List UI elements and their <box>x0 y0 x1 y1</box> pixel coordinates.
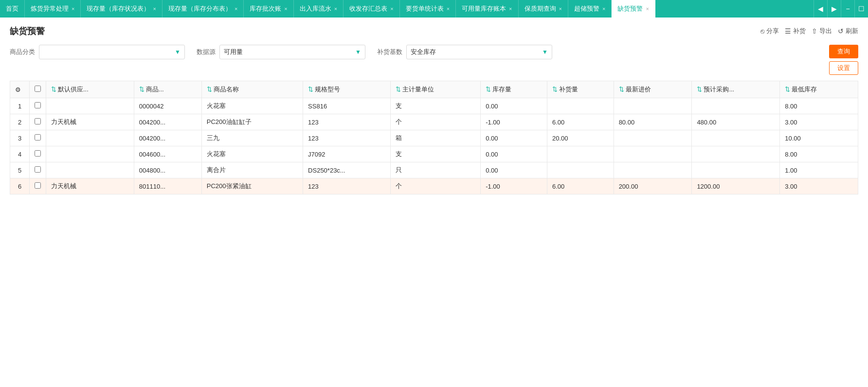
tab-close-yaohuo-stat[interactable]: × <box>447 6 450 12</box>
col-product-code[interactable]: ⇅商品... <box>134 81 201 98</box>
category-filter: 商品分类 ▼ <box>10 45 185 59</box>
replenish-button[interactable]: ☰ 补货 <box>785 27 806 35</box>
row-check[interactable] <box>30 98 46 114</box>
tab-close-quehu[interactable]: × <box>646 6 649 12</box>
cell-replenish_qty: 6.00 <box>547 178 614 194</box>
tab-quehu[interactable]: 缺货预警 × <box>612 0 655 18</box>
tab-lian-huo[interactable]: 炼货异常处理 × <box>25 0 81 18</box>
tab-maximize[interactable]: ☐ <box>854 0 868 18</box>
cell-unit: 个 <box>391 178 481 194</box>
cell-latest_price: 200.00 <box>614 178 692 194</box>
tab-chaochu[interactable]: 超储预警 × <box>568 0 612 18</box>
cell-min_stock: 8.00 <box>780 98 858 114</box>
datasource-select[interactable]: 可用量 ▼ <box>219 45 365 59</box>
sort-unit-icon: ⇅ <box>396 86 401 93</box>
tab-close-inout-flow[interactable]: × <box>334 6 337 12</box>
row-checkbox-4[interactable] <box>35 150 41 157</box>
cell-spec: 123 <box>303 130 391 146</box>
table-row: 4004600...火花塞J7092支0.008.00 <box>10 146 858 162</box>
row-num: 2 <box>10 114 30 130</box>
tab-shoufasun[interactable]: 收发存汇总表 × <box>344 0 399 18</box>
col-spec[interactable]: ⇅规格型号 <box>303 81 391 98</box>
tab-scroll-left[interactable]: ◀ <box>814 0 827 18</box>
cell-latest_price: 80.00 <box>614 114 692 130</box>
sort-name-icon: ⇅ <box>207 86 212 93</box>
row-checkbox-6[interactable] <box>35 182 41 189</box>
refresh-button[interactable]: ↺ 刷新 <box>838 27 858 35</box>
export-button[interactable]: ⇧ 导出 <box>812 27 832 35</box>
tab-close-kucun-batch[interactable]: × <box>284 6 287 12</box>
sort-price-icon: ⇅ <box>619 86 624 93</box>
col-supplier[interactable]: ⇅默认供应... <box>46 81 134 98</box>
tab-keyong-ledger[interactable]: 可用量库存账本 × <box>456 0 518 18</box>
col-replenish-qty[interactable]: ⇅补货量 <box>547 81 614 98</box>
sort-minstock-icon: ⇅ <box>785 86 790 93</box>
cell-min_stock: 3.00 <box>780 178 858 194</box>
col-latest-price[interactable]: ⇅最新进价 <box>614 81 692 98</box>
cell-latest_price <box>614 146 692 162</box>
tab-minimize[interactable]: − <box>841 0 854 18</box>
cell-replenish_qty: 20.00 <box>547 130 614 146</box>
cell-product_name: 火花塞 <box>201 146 303 162</box>
replenish-base-select[interactable]: 安全库存 ▼ <box>406 45 552 59</box>
tab-close-xianzun-status[interactable]: × <box>153 6 156 12</box>
row-check[interactable] <box>30 146 46 162</box>
cell-stock: 0.00 <box>481 146 547 162</box>
tab-close-xianzun-dist[interactable]: × <box>235 6 237 12</box>
col-est-purchase[interactable]: ⇅预计采购... <box>692 81 780 98</box>
datasource-label: 数据源 <box>197 48 216 56</box>
sort-spec-icon: ⇅ <box>308 86 313 93</box>
tab-inout-flow[interactable]: 出入库流水 × <box>294 0 344 18</box>
share-button[interactable]: ⎋ 分享 <box>760 27 779 35</box>
cell-product_code: 004200... <box>134 130 201 146</box>
col-stock[interactable]: ⇅库存量 <box>481 81 547 98</box>
col-product-name[interactable]: ⇅商品名称 <box>201 81 303 98</box>
row-checkbox-1[interactable] <box>35 102 41 108</box>
settings-button[interactable]: 设置 <box>829 61 858 75</box>
action-buttons: 查询 设置 <box>829 45 858 75</box>
datasource-arrow-icon: ▼ <box>355 49 361 55</box>
row-checkbox-3[interactable] <box>35 134 41 141</box>
cell-unit: 只 <box>391 162 481 178</box>
cell-product_name: 离合片 <box>201 162 303 178</box>
row-checkbox-5[interactable] <box>35 166 41 173</box>
replenish-base-label: 补货基数 <box>377 48 402 56</box>
category-select[interactable]: ▼ <box>39 45 185 59</box>
cell-min_stock: 10.00 <box>780 130 858 146</box>
cell-min_stock: 3.00 <box>780 114 858 130</box>
tab-kucun-batch[interactable]: 库存批次账 × <box>244 0 293 18</box>
row-checkbox-2[interactable] <box>35 118 41 124</box>
tab-close-chaochu[interactable]: × <box>602 6 605 12</box>
col-unit[interactable]: ⇅主计量单位 <box>391 81 481 98</box>
cell-est_purchase <box>692 98 780 114</box>
tab-close-lian-huo[interactable]: × <box>72 6 74 12</box>
tab-close-baoquan[interactable]: × <box>559 6 562 12</box>
tab-scroll-right[interactable]: ▶ <box>827 0 841 18</box>
sort-estpurchase-icon: ⇅ <box>697 86 702 93</box>
col-settings[interactable]: ⚙ <box>10 81 30 98</box>
tab-baoquan[interactable]: 保质期查询 × <box>519 0 568 18</box>
tab-yaohuo-stat[interactable]: 要货单统计表 × <box>400 0 456 18</box>
tab-xianzun-status[interactable]: 现存量（库存状况表） × <box>81 0 162 18</box>
export-icon: ⇧ <box>812 27 817 35</box>
cell-product_code: 0000042 <box>134 98 201 114</box>
tab-close-shoufasun[interactable]: × <box>390 6 393 12</box>
select-all-checkbox[interactable] <box>35 86 41 92</box>
cell-spec: 123 <box>303 178 391 194</box>
row-check[interactable] <box>30 114 46 130</box>
row-check[interactable] <box>30 130 46 146</box>
datasource-filter: 数据源 可用量 ▼ <box>197 45 365 59</box>
row-num: 5 <box>10 162 30 178</box>
query-button[interactable]: 查询 <box>829 45 858 58</box>
cell-supplier: 力天机械 <box>46 114 134 130</box>
tab-xianzun-dist[interactable]: 现存量（库存分布表） × <box>163 0 244 18</box>
tab-home[interactable]: 首页 <box>0 0 25 18</box>
sort-stock-icon: ⇅ <box>486 86 491 93</box>
cell-est_purchase <box>692 162 780 178</box>
cell-stock: -1.00 <box>481 178 547 194</box>
row-check[interactable] <box>30 178 46 194</box>
cell-product_name: 火花塞 <box>201 98 303 114</box>
col-min-stock[interactable]: ⇅最低库存 <box>780 81 858 98</box>
tab-close-keyong-ledger[interactable]: × <box>509 6 512 12</box>
row-check[interactable] <box>30 162 46 178</box>
